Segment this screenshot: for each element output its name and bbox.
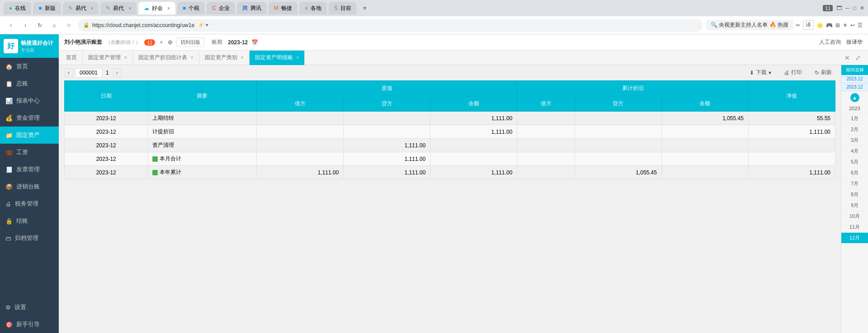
sidebar-item-assets[interactable]: 📁 固定资产: [0, 127, 59, 144]
scissors-icon[interactable]: ✂: [796, 22, 800, 28]
cell-net-value: [748, 139, 835, 152]
content-toolbar: ‹ 1 › ⬇ 下载 ▾ 🖨 打印: [59, 65, 841, 80]
tab-tengxun[interactable]: 腾 腾讯: [237, 2, 267, 14]
settings-icon: ⚙: [5, 304, 11, 311]
home-button[interactable]: ⌂: [49, 20, 60, 31]
maximize-icon[interactable]: □: [853, 5, 856, 11]
sidebar-item-funds[interactable]: 💰 资金管理: [0, 109, 59, 127]
sidebar-item-invoice[interactable]: 🧾 发票管理: [0, 161, 59, 178]
game-icon[interactable]: 🎮: [826, 22, 833, 28]
tab-muqian[interactable]: S 目前: [329, 2, 357, 14]
tab-yidai2[interactable]: ✎ 易代 ×: [100, 2, 137, 14]
period-item[interactable]: 2月: [841, 124, 868, 135]
menu-icon[interactable]: ☰: [858, 22, 863, 28]
sidebar-item-settings[interactable]: ⚙ 设置: [0, 299, 59, 316]
tab-qiye[interactable]: C 企业: [207, 2, 235, 14]
history-icon[interactable]: ↩: [850, 22, 855, 28]
cell-summary: 上期结转: [148, 112, 257, 125]
sidebar-item-guide[interactable]: 🎯 新手引导: [0, 316, 59, 333]
table-row: 2023-12 计提折旧 1,111.00 1,111.00: [65, 125, 835, 139]
close-tab-yidai1[interactable]: ×: [91, 6, 94, 11]
search-bar: 🔍 央视更新主持人名单 🔥 热搜: [706, 20, 793, 30]
row-status-icon: [152, 170, 158, 175]
brightness-icon[interactable]: ☀: [843, 22, 848, 28]
minimize-icon[interactable]: ─: [845, 5, 849, 11]
cell-date: 2023-12: [65, 152, 148, 166]
forward-button[interactable]: ›: [20, 20, 31, 31]
print-button[interactable]: 🖨 打印: [780, 68, 806, 77]
period-item[interactable]: 7月: [841, 178, 868, 189]
period-scroll-up[interactable]: ▲: [841, 91, 868, 104]
close-asset-detail[interactable]: ×: [297, 55, 299, 60]
tab-asset-management[interactable]: 固定资产管理 ×: [83, 51, 133, 65]
sidebar-item-ledger[interactable]: 📋 总账: [0, 75, 59, 92]
close-tab-haohui[interactable]: ×: [167, 6, 170, 11]
close-window-icon[interactable]: ✕: [860, 5, 864, 11]
close-asset-management[interactable]: ×: [124, 55, 127, 60]
sidebar-item-payroll[interactable]: 💼 工资: [0, 144, 59, 161]
back-button[interactable]: ‹: [5, 20, 16, 31]
period-item[interactable]: 8月: [841, 189, 868, 200]
asset-detail-table: 日期 摘要 原值 累计折旧 净值 借方 贷方 余额 借方: [64, 80, 835, 179]
sidebar-item-archive[interactable]: 🗃 归档管理: [0, 230, 59, 247]
sidebar-item-close[interactable]: 🔒 结账: [0, 212, 59, 230]
tab-home[interactable]: 首页: [61, 51, 83, 65]
collapse-icon[interactable]: ✕: [843, 53, 852, 62]
period-item[interactable]: 10月: [841, 211, 868, 222]
sidebar-item-reports[interactable]: 📊 报表中心: [0, 92, 59, 109]
tab-depreciation-stats[interactable]: 固定资产折旧统计表 ×: [133, 51, 199, 65]
expand-icon[interactable]: ⤢: [854, 53, 863, 62]
tab-geshui[interactable]: ■ 个税: [177, 2, 205, 14]
help-button[interactable]: 人工咨询: [819, 38, 841, 46]
next-page-button[interactable]: ›: [113, 68, 122, 77]
bookmark-button[interactable]: ☆: [63, 20, 74, 31]
tab-online[interactable]: ● 在线: [4, 2, 31, 14]
sidebar-item-stock[interactable]: 📦 进销台账: [0, 178, 59, 195]
refresh-button[interactable]: ↻ 刷新: [811, 68, 835, 77]
sidebar-item-home[interactable]: 🏠 首页: [0, 58, 59, 75]
period-item[interactable]: 1月: [841, 113, 868, 124]
cell-dep-balance: 1,055.45: [661, 112, 748, 125]
cell-orig-credit: 1,111.00: [344, 152, 430, 166]
period-item[interactable]: 4月: [841, 146, 868, 157]
period-item[interactable]: 6月: [841, 168, 868, 178]
close-tab-yidai2[interactable]: ×: [128, 6, 131, 11]
period-item[interactable]: 3月: [841, 135, 868, 146]
switch-version-button[interactable]: 切到旧版: [176, 38, 204, 47]
download-button[interactable]: ⬇ 下载 ▾: [746, 68, 775, 77]
grid-icon[interactable]: ⊞: [835, 22, 840, 28]
period-item[interactable]: 12月: [841, 233, 868, 244]
tab-changji[interactable]: M 畅捷: [269, 2, 297, 14]
tab-asset-detail[interactable]: 固定资产明细账 ×: [250, 51, 305, 65]
reload-button[interactable]: ↻: [34, 20, 45, 31]
wallet-icon[interactable]: 🌟: [816, 22, 823, 28]
cell-orig-balance: [430, 152, 517, 166]
tab-asset-category[interactable]: 固定资产类别 ×: [199, 51, 250, 65]
page-number-input[interactable]: [75, 68, 102, 77]
tab-haohui[interactable]: ☁ 好会 ×: [138, 2, 175, 14]
period-header[interactable]: 期间选择: [841, 65, 868, 75]
up-arrow-icon[interactable]: ▲: [850, 93, 859, 102]
prev-page-button[interactable]: ‹: [64, 68, 73, 77]
cell-dep-debit: [517, 139, 575, 152]
tab-gedi[interactable]: ≡ 各地: [299, 2, 327, 14]
cell-orig-debit: 1,111.00: [257, 166, 344, 179]
tab-yidai1[interactable]: ✎ 易代 ×: [63, 2, 99, 14]
calendar-icon[interactable]: 📅: [251, 39, 258, 46]
sidebar-item-tax[interactable]: 🖨 税务管理: [0, 195, 59, 212]
period-item[interactable]: 9月: [841, 200, 868, 211]
add-account-button[interactable]: ＋: [159, 38, 164, 46]
period-item[interactable]: 11月: [841, 222, 868, 233]
cell-orig-balance: 1,111.00: [430, 112, 517, 125]
period-item[interactable]: 2023: [841, 104, 868, 113]
restore-window-icon[interactable]: 🗖: [836, 5, 842, 11]
translate-icon[interactable]: 译: [803, 20, 814, 30]
settings-gear-icon[interactable]: ⚙: [168, 39, 173, 46]
new-tab-button[interactable]: +: [359, 2, 371, 14]
period-item[interactable]: 5月: [841, 157, 868, 168]
close-asset-category[interactable]: ×: [241, 55, 244, 60]
address-bar[interactable]: 🔒 https://cloud.chanjet.com/accounting/u…: [78, 19, 703, 32]
topbar-badge: 11: [144, 39, 155, 46]
tab-new[interactable]: ■ 新版: [33, 2, 61, 14]
close-depreciation-stats[interactable]: ×: [191, 55, 193, 60]
